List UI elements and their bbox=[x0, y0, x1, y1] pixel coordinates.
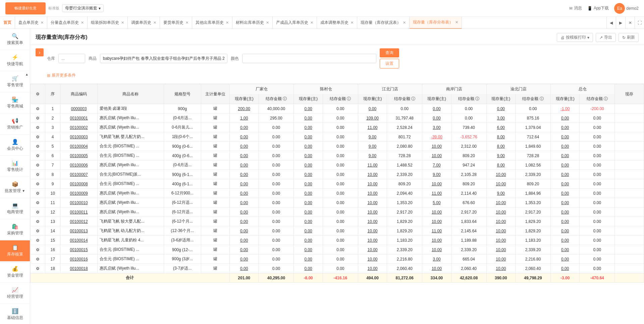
sidebar-item-marketing[interactable]: 📢 营销推广 bbox=[0, 113, 30, 135]
sidebar-item-stock[interactable]: 📋 库存核算 bbox=[0, 240, 30, 262]
cell-yubei-amt: 1,829.20 bbox=[516, 226, 551, 236]
tab-inventory-history[interactable]: 盘点单历史 ✕ bbox=[15, 17, 47, 29]
cell-settings[interactable]: ⚙ bbox=[31, 113, 45, 123]
tab-close-icon[interactable]: ✕ bbox=[403, 20, 406, 25]
cell-settings[interactable]: ⚙ bbox=[31, 207, 45, 217]
tab-cost-adjust[interactable]: 成本调整单历史 ✕ bbox=[317, 17, 357, 29]
cell-jiangbei-qty: 10.00 bbox=[358, 170, 387, 179]
tab-product-in[interactable]: 产成品入库单历史 ✕ bbox=[273, 17, 317, 29]
cell-jiangbei-qty: 10.00 bbox=[358, 179, 387, 189]
cell-settings[interactable]: ⚙ bbox=[31, 179, 45, 189]
query-btn[interactable]: 查询 bbox=[380, 48, 399, 57]
tab-close-icon[interactable]: ✕ bbox=[351, 20, 354, 25]
cell-settings[interactable]: ⚙ bbox=[31, 254, 45, 264]
tab-other-out[interactable]: 其他出库单历史 ✕ bbox=[192, 17, 232, 29]
cell-settings[interactable]: ⚙ bbox=[31, 217, 45, 226]
account-selector[interactable]: 母婴行业演示账套 ▾ bbox=[62, 4, 104, 12]
tab-close-icon[interactable]: ✕ bbox=[455, 20, 458, 25]
sidebar-item-retail-store[interactable]: 🏪 零售商城 bbox=[0, 92, 30, 113]
setting-btn[interactable]: 设置 bbox=[380, 59, 399, 68]
goods-input[interactable] bbox=[100, 54, 227, 63]
tab-fullscreen-btn[interactable]: ⛶ bbox=[635, 17, 644, 29]
export-btn[interactable]: ↗ 导出 bbox=[596, 33, 616, 42]
cell-settings[interactable]: ⚙ bbox=[31, 264, 45, 273]
color-input[interactable] bbox=[242, 54, 376, 63]
footer-factory-amt: 40,295.00 bbox=[259, 273, 294, 283]
cell-total-amt: 0.00 bbox=[580, 179, 615, 189]
print-btn[interactable]: 🖨 按模板打印 ▾ bbox=[557, 33, 593, 42]
user-area[interactable]: Ea demo2 bbox=[614, 3, 639, 14]
cell-settings[interactable]: ⚙ bbox=[31, 104, 45, 113]
tab-stock-dist[interactable]: 现存量（库存分布表） ✕ bbox=[410, 17, 462, 29]
tab-close-icon[interactable]: ✕ bbox=[185, 20, 189, 25]
chevron-down-icon: ▾ bbox=[99, 6, 101, 11]
tab-combo[interactable]: 组装拆卸单历史 ✕ bbox=[88, 17, 128, 29]
filter-row-2: ⊞ 展开更多条件 bbox=[47, 73, 639, 78]
tab-purchase[interactable]: 要货单历史 ✕ bbox=[160, 17, 192, 29]
tab-close-icon[interactable]: ✕ bbox=[310, 20, 313, 25]
cell-settings[interactable]: ⚙ bbox=[31, 123, 45, 132]
cell-chenjiang-amt: 0.00 bbox=[323, 226, 358, 236]
app-download-btn[interactable]: 📱 App下载 bbox=[587, 5, 609, 11]
col-factory-header: 厂家仓 bbox=[229, 84, 293, 94]
sidebar-item-retail[interactable]: 🛒 零售管理 ▲ bbox=[0, 71, 30, 92]
tab-close-icon[interactable]: ✕ bbox=[81, 20, 84, 25]
sidebar-item-ecommerce[interactable]: 💻 电商管理 bbox=[0, 198, 30, 219]
cell-spec: 0-6月装儿... bbox=[164, 123, 201, 132]
cell-settings[interactable]: ⚙ bbox=[31, 142, 45, 151]
tab-branch-inventory[interactable]: 分量盘点单历史 ✕ bbox=[47, 17, 88, 29]
cell-total-amt: 0.00 bbox=[580, 160, 615, 170]
cell-settings[interactable]: ⚙ bbox=[31, 198, 45, 207]
cell-nanan-amt: -3,652.76 bbox=[451, 132, 486, 142]
message-btn[interactable]: ✉ 消息 bbox=[569, 5, 582, 11]
cell-num: 17 bbox=[45, 254, 60, 264]
sidebar-item-operations[interactable]: 📈 经营管理 bbox=[0, 283, 30, 304]
cell-jiangbei-qty: 9.00 bbox=[358, 151, 387, 160]
sidebar-item-wholesale[interactable]: 📦 批发管理 ▼ bbox=[0, 177, 30, 198]
expand-conditions-btn[interactable]: ⊞ 展开更多条件 bbox=[47, 73, 76, 78]
cell-settings[interactable]: ⚙ bbox=[31, 170, 45, 179]
cell-settings[interactable]: ⚙ bbox=[31, 132, 45, 142]
tab-next-btn[interactable]: ▶ bbox=[616, 17, 625, 29]
sidebar-item-quick-nav[interactable]: ⚡ 快捷导航 bbox=[0, 50, 30, 71]
cell-settings[interactable]: ⚙ bbox=[31, 245, 45, 254]
footer-jiangbei-qty: 494.00 bbox=[358, 273, 387, 283]
tab-close-all-btn[interactable]: ✕ bbox=[625, 17, 635, 29]
sidebar-item-basics[interactable]: ℹ️ 基础信息 bbox=[0, 304, 30, 324]
sidebar-item-search[interactable]: 🔍 搜索英单 bbox=[0, 29, 30, 50]
tab-stock-status[interactable]: 现存量（库存状况表） ✕ bbox=[357, 17, 410, 29]
cell-settings[interactable]: ⚙ bbox=[31, 189, 45, 198]
tab-transfer[interactable]: 调拨单历史 ✕ bbox=[128, 17, 160, 29]
collapse-btn[interactable]: › bbox=[36, 48, 44, 56]
cell-settings[interactable]: ⚙ bbox=[31, 226, 45, 236]
cell-code: 00100010 bbox=[60, 198, 97, 207]
tab-close-icon[interactable]: ✕ bbox=[41, 20, 44, 25]
tab-close-icon[interactable]: ✕ bbox=[226, 20, 229, 25]
cell-total-amt: 0.00 bbox=[580, 198, 615, 207]
cell-num: 14 bbox=[45, 226, 60, 236]
cell-jiangbei-amt: 1,829.20 bbox=[387, 217, 422, 226]
tab-close-icon[interactable]: ✕ bbox=[121, 20, 124, 25]
refresh-btn[interactable]: ↻ 刷新 bbox=[619, 33, 639, 42]
tab-material-out[interactable]: 材料出库单历史 ✕ bbox=[232, 17, 273, 29]
tab-close-icon[interactable]: ✕ bbox=[153, 20, 156, 25]
cell-settings[interactable]: ⚙ bbox=[31, 160, 45, 170]
cell-nanan-amt: 809.20 bbox=[451, 151, 486, 160]
cell-settings[interactable]: ⚙ bbox=[31, 236, 45, 245]
cell-yubei-amt: 2,339.20 bbox=[516, 170, 551, 179]
sidebar-item-purchase[interactable]: 🛍️ 采购管理 bbox=[0, 219, 30, 240]
cell-yubei-qty: 10.00 bbox=[486, 264, 515, 273]
tab-prev-btn[interactable]: ◀ bbox=[606, 17, 616, 29]
cell-chenjiang-qty: 0.00 bbox=[294, 123, 323, 132]
cell-extra bbox=[615, 264, 644, 273]
wholesale-icon: 📦 bbox=[2, 181, 28, 187]
sidebar-item-member[interactable]: 👤 会员中心 bbox=[0, 135, 30, 156]
tab-close-icon[interactable]: ✕ bbox=[266, 20, 269, 25]
sidebar-item-retail-stats[interactable]: 📊 零售统计 bbox=[0, 156, 30, 177]
cell-jiangbei-amt: 1,183.20 bbox=[387, 236, 422, 245]
cell-num: 1 bbox=[45, 104, 60, 113]
sidebar-item-finance[interactable]: 💰 资金管理 bbox=[0, 262, 30, 283]
tab-home[interactable]: 首页 bbox=[0, 17, 15, 29]
warehouse-input[interactable] bbox=[58, 54, 85, 63]
cell-settings[interactable]: ⚙ bbox=[31, 151, 45, 160]
